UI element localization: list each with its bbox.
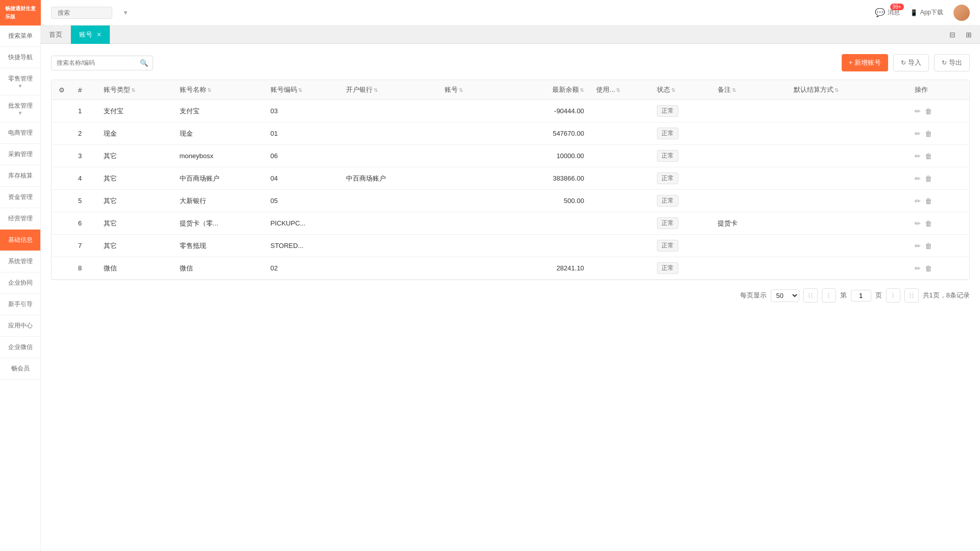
row-status-0: 正常	[651, 100, 712, 122]
row-use-5	[590, 212, 651, 235]
edit-button-5[interactable]: ✏	[915, 219, 921, 228]
row-balance-5	[499, 212, 590, 235]
next-page-button[interactable]: ⟩	[886, 288, 900, 303]
delete-button-2[interactable]: 🗑	[925, 152, 932, 160]
row-code-1: 01	[264, 122, 340, 145]
col-type-header[interactable]: 账号类型⇅	[97, 80, 174, 100]
edit-button-0[interactable]: ✏	[915, 107, 921, 115]
message-icon: 💬	[875, 8, 885, 17]
col-settings[interactable]: ⚙	[52, 80, 72, 100]
page-input[interactable]	[851, 290, 871, 302]
per-page-select[interactable]: 50 100 200	[771, 289, 799, 302]
app-download-button[interactable]: 📱 App下载	[910, 8, 943, 17]
edit-button-4[interactable]: ✏	[915, 197, 921, 205]
sidebar-item-finance[interactable]: 资金管理	[0, 187, 40, 208]
col-use-header[interactable]: 使用...⇅	[590, 80, 651, 100]
row-settings-6	[52, 235, 72, 257]
message-badge: 99+	[890, 4, 904, 10]
delete-button-3[interactable]: 🗑	[925, 174, 932, 183]
sidebar-item-member[interactable]: 畅会员	[0, 358, 40, 380]
edit-button-7[interactable]: ✏	[915, 264, 921, 272]
sidebar-item-system[interactable]: 系统管理	[0, 251, 40, 272]
edit-button-1[interactable]: ✏	[915, 130, 921, 138]
per-page-label: 每页显示	[740, 291, 767, 300]
sidebar-item-basic[interactable]: 基础信息	[0, 230, 40, 251]
col-account-header[interactable]: 账号⇅	[438, 80, 499, 100]
sidebar-item-purchase[interactable]: 采购管理	[0, 144, 40, 165]
sidebar-item-search[interactable]: 搜索菜单	[0, 26, 40, 47]
export-button[interactable]: ↻ 导出	[934, 54, 970, 71]
delete-button-1[interactable]: 🗑	[925, 130, 932, 138]
row-settle-4	[788, 190, 909, 212]
row-name-4: 大新银行	[174, 190, 264, 212]
prev-page-button[interactable]: ⟨	[822, 288, 836, 303]
import-label: 导入	[908, 58, 921, 67]
edit-button-2[interactable]: ✏	[915, 152, 921, 160]
sidebar-item-retail[interactable]: 零售管理 ▼	[0, 68, 40, 95]
sidebar-item-shortcut[interactable]: 快捷导航	[0, 47, 40, 68]
row-balance-0: -90444.00	[499, 100, 590, 122]
delete-button-0[interactable]: 🗑	[925, 107, 932, 115]
sidebar-item-operation[interactable]: 经营管理	[0, 208, 40, 230]
col-settle-header[interactable]: 默认结算方式⇅	[788, 80, 909, 100]
status-badge: 正常	[657, 128, 678, 139]
export-icon: ↻	[942, 59, 947, 66]
topbar-right: 💬 消息 99+ 📱 App下载	[875, 5, 970, 21]
row-account-7	[438, 257, 499, 280]
status-badge: 正常	[657, 240, 678, 252]
row-status-5: 正常	[651, 212, 712, 235]
row-use-4	[590, 190, 651, 212]
row-settle-2	[788, 145, 909, 167]
tab-account[interactable]: 账号 ✕	[71, 26, 110, 44]
col-bank-header[interactable]: 开户银行⇅	[340, 80, 438, 100]
col-remark-header[interactable]: 备注⇅	[712, 80, 788, 100]
edit-button-3[interactable]: ✏	[915, 174, 921, 183]
message-button[interactable]: 💬 消息 99+	[875, 8, 900, 17]
row-name-3: 中百商场账户	[174, 167, 264, 190]
row-status-7: 正常	[651, 257, 712, 280]
tab-home[interactable]: 首页	[41, 26, 71, 44]
row-code-5: PICKUPC...	[264, 212, 340, 235]
row-settings-0	[52, 100, 72, 122]
delete-button-4[interactable]: 🗑	[925, 197, 932, 205]
row-use-3	[590, 167, 651, 190]
search-button[interactable]: 🔍	[136, 56, 153, 70]
tab-close-icon[interactable]: ✕	[96, 31, 102, 38]
delete-button-5[interactable]: 🗑	[925, 219, 932, 228]
row-num-7: 8	[72, 257, 97, 280]
first-page-button[interactable]: ⟨⟨	[803, 288, 818, 303]
sidebar-item-guide[interactable]: 新手引导	[0, 294, 40, 315]
row-type-2: 其它	[97, 145, 174, 167]
import-button[interactable]: ↻ 导入	[893, 54, 929, 71]
row-settle-7	[788, 257, 909, 280]
col-status-header[interactable]: 状态⇅	[651, 80, 712, 100]
tab-minimize-button[interactable]: ⊟	[946, 29, 959, 41]
add-account-button[interactable]: + 新增账号	[842, 54, 888, 71]
sidebar-item-inventory[interactable]: 库存核算	[0, 165, 40, 187]
topbar-search-input[interactable]	[51, 7, 112, 19]
col-name-header[interactable]: 账号名称⇅	[174, 80, 264, 100]
col-balance-header[interactable]: 最新余额⇅	[499, 80, 590, 100]
user-avatar[interactable]	[953, 5, 970, 21]
topbar-dropdown-icon[interactable]: ▼	[122, 9, 129, 16]
row-action-0: ✏ 🗑	[909, 100, 969, 122]
delete-button-6[interactable]: 🗑	[925, 242, 932, 250]
row-settings-3	[52, 167, 72, 190]
search-input[interactable]	[52, 56, 136, 69]
row-name-1: 现金	[174, 122, 264, 145]
sidebar-item-app-center[interactable]: 应用中心	[0, 315, 40, 337]
page-suffix: 页	[875, 291, 882, 300]
row-bank-1	[340, 122, 438, 145]
row-balance-3: 383866.00	[499, 167, 590, 190]
sidebar-item-wechat[interactable]: 企业微信	[0, 337, 40, 358]
type-sort-icon: ⇅	[131, 87, 135, 93]
app-logo: 畅捷通财生意 乐版	[0, 0, 41, 26]
sidebar-item-collaboration[interactable]: 企业协同	[0, 272, 40, 294]
sidebar-item-ecommerce[interactable]: 电商管理	[0, 122, 40, 144]
tab-maximize-button[interactable]: ⊞	[963, 29, 975, 41]
delete-button-7[interactable]: 🗑	[925, 264, 932, 272]
last-page-button[interactable]: ⟩⟩	[904, 288, 919, 303]
col-code-header[interactable]: 账号编码⇅	[264, 80, 340, 100]
sidebar-item-wholesale[interactable]: 批发管理 ▼	[0, 95, 40, 122]
edit-button-6[interactable]: ✏	[915, 242, 921, 250]
